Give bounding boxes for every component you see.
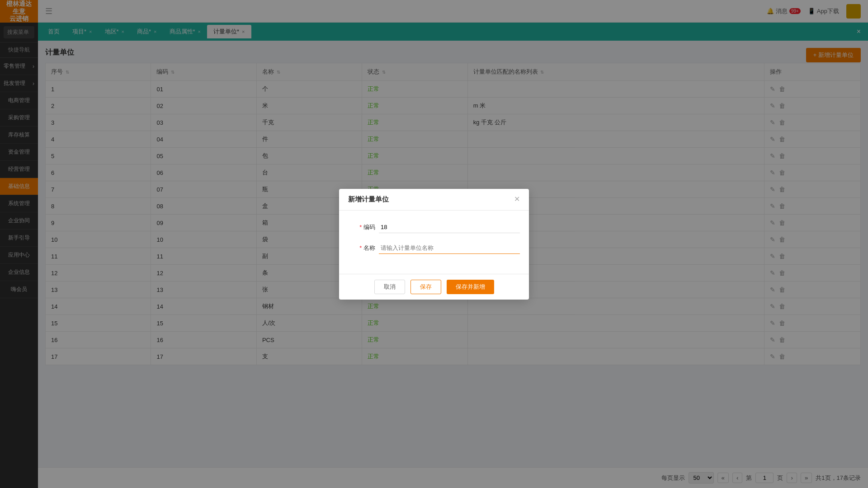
modal-title: 新增计量单位 xyxy=(348,195,389,204)
name-input[interactable] xyxy=(379,242,520,254)
code-form-row: 编码 xyxy=(348,221,520,233)
modal-overlay[interactable]: 新增计量单位 ✕ 编码 名称 取消 保存 保存并新增 xyxy=(0,0,868,488)
modal-body: 编码 名称 xyxy=(339,211,529,274)
code-input[interactable] xyxy=(379,221,520,233)
code-label: 编码 xyxy=(348,223,375,231)
cancel-button[interactable]: 取消 xyxy=(374,280,405,294)
save-button[interactable]: 保存 xyxy=(410,280,441,294)
modal-close-btn[interactable]: ✕ xyxy=(514,196,520,203)
save-and-new-button[interactable]: 保存并新增 xyxy=(447,280,494,294)
modal-footer: 取消 保存 保存并新增 xyxy=(339,274,529,300)
add-unit-modal: 新增计量单位 ✕ 编码 名称 取消 保存 保存并新增 xyxy=(339,189,529,300)
name-form-row: 名称 xyxy=(348,242,520,254)
name-label: 名称 xyxy=(348,244,375,252)
modal-header: 新增计量单位 ✕ xyxy=(339,189,529,211)
